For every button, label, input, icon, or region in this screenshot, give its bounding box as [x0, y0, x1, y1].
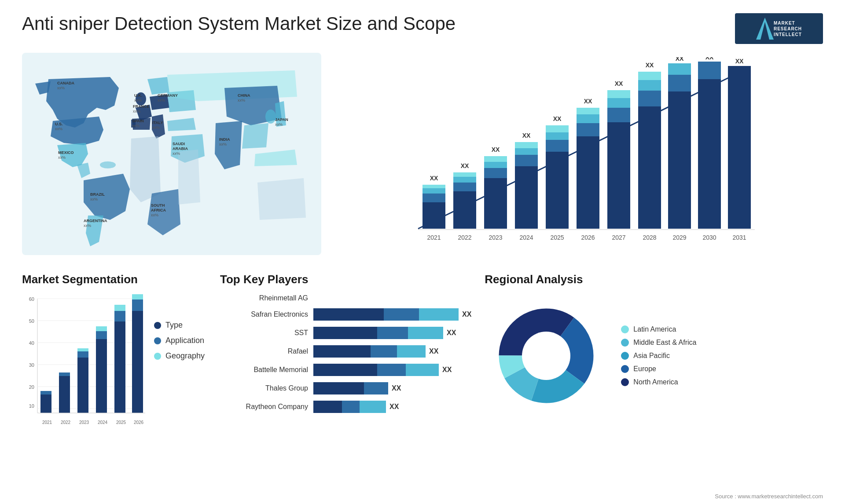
svg-rect-43: [422, 185, 445, 188]
svg-text:JAPAN: JAPAN: [275, 117, 288, 122]
svg-rect-118: [59, 373, 70, 376]
svg-rect-48: [453, 177, 476, 183]
reg-dot-latin: [621, 325, 629, 333]
svg-text:INDIA: INDIA: [219, 137, 230, 142]
player-name: Rafael: [220, 347, 308, 355]
donut-container: Latin America Middle East & Africa Asia …: [485, 294, 823, 417]
player-value: XX: [442, 366, 452, 374]
player-bar: [313, 327, 443, 339]
players-title: Top Key Players: [220, 273, 471, 286]
svg-text:xx%: xx%: [238, 98, 245, 102]
svg-text:40: 40: [29, 340, 34, 346]
player-bar-container: XX: [313, 382, 471, 394]
svg-rect-55: [484, 156, 507, 162]
player-row: Rheinmetall AG: [220, 294, 471, 302]
svg-point-2: [100, 161, 116, 168]
svg-text:10: 10: [29, 403, 34, 409]
svg-rect-67: [546, 125, 569, 132]
reg-legend-apac: Asia Pacific: [621, 352, 696, 360]
svg-text:2028: 2028: [643, 234, 656, 241]
svg-text:U.K.: U.K.: [134, 93, 142, 98]
player-bar: [313, 382, 388, 394]
svg-rect-85: [638, 72, 661, 80]
player-row: SST XX: [220, 327, 471, 339]
svg-rect-83: [638, 91, 661, 106]
svg-text:2027: 2027: [612, 234, 625, 241]
player-bar: [313, 401, 386, 413]
reg-dot-na: [621, 378, 629, 386]
svg-rect-115: [40, 391, 51, 394]
svg-text:30: 30: [29, 362, 34, 368]
reg-legend-mea: Middle East & Africa: [621, 339, 696, 347]
legend-dot-type: [154, 322, 161, 329]
svg-rect-52: [484, 178, 507, 229]
svg-rect-130: [114, 305, 125, 311]
svg-rect-60: [515, 148, 538, 155]
svg-rect-66: [546, 132, 569, 140]
svg-rect-77: [607, 108, 630, 122]
svg-rect-79: [607, 90, 630, 98]
svg-text:ARABIA: ARABIA: [173, 146, 188, 151]
svg-text:U.S.: U.S.: [55, 122, 63, 126]
reg-dot-europe: [621, 365, 629, 373]
svg-rect-89: [668, 75, 691, 91]
svg-text:xx%: xx%: [275, 122, 283, 127]
reg-dot-apac: [621, 352, 629, 360]
svg-text:XX: XX: [735, 58, 744, 65]
reg-legend-na: North America: [621, 378, 696, 386]
svg-rect-126: [96, 326, 107, 331]
player-row: Battelle Memorial XX: [220, 364, 471, 376]
player-value: XX: [389, 403, 399, 411]
svg-text:FRANCE: FRANCE: [133, 104, 150, 109]
svg-text:xx%: xx%: [134, 98, 142, 102]
players-list: Rheinmetall AG Safran Electronics XX: [220, 294, 471, 413]
svg-text:2029: 2029: [672, 234, 686, 241]
svg-text:2026: 2026: [134, 420, 144, 425]
svg-rect-61: [515, 142, 538, 148]
seg-chart-container: 60 50 40 30 20 10 2: [22, 294, 207, 435]
svg-rect-122: [77, 348, 88, 351]
svg-rect-70: [577, 136, 599, 229]
svg-rect-40: [422, 202, 445, 229]
svg-rect-58: [515, 166, 538, 229]
player-name: Rheinmetall AG: [220, 294, 308, 302]
svg-text:ARGENTINA: ARGENTINA: [84, 219, 107, 223]
logo-text: MARKET RESEARCH INTELLECT: [774, 20, 802, 37]
svg-rect-46: [453, 191, 476, 229]
svg-rect-90: [668, 63, 691, 75]
svg-text:2021: 2021: [42, 420, 52, 425]
svg-text:xx%: xx%: [219, 142, 227, 146]
bar-chart-area: XX 2021 XX 2022 XX 2023: [339, 53, 823, 264]
svg-text:50: 50: [29, 318, 34, 324]
player-name: Raytheon Company: [220, 403, 308, 411]
svg-text:SAUDI: SAUDI: [173, 142, 185, 146]
svg-text:SPAIN: SPAIN: [132, 119, 144, 123]
segmentation-title: Market Segmentation: [22, 273, 207, 286]
svg-rect-65: [546, 140, 569, 152]
svg-text:2022: 2022: [61, 420, 71, 425]
player-row: Rafael XX: [220, 345, 471, 358]
svg-text:MEXICO: MEXICO: [58, 150, 74, 155]
player-name: Battelle Memorial: [220, 366, 308, 374]
svg-rect-42: [422, 188, 445, 194]
svg-rect-121: [77, 351, 88, 358]
player-value: XX: [392, 384, 401, 392]
svg-rect-64: [546, 152, 569, 229]
svg-marker-0: [756, 18, 774, 40]
svg-rect-128: [114, 321, 125, 413]
segmentation-area: Market Segmentation 60 50 40 30 20 10: [22, 273, 207, 462]
svg-rect-53: [484, 168, 507, 178]
top-section: CANADA xx% U.S. xx% MEXICO xx% BRAZIL xx…: [22, 53, 823, 264]
svg-text:xx%: xx%: [158, 98, 165, 102]
player-name: Thales Group: [220, 384, 308, 392]
svg-text:2024: 2024: [519, 234, 533, 241]
svg-rect-72: [577, 114, 599, 123]
svg-text:XX: XX: [522, 132, 531, 139]
logo-box: MARKET RESEARCH INTELLECT: [735, 13, 823, 44]
player-row: Raytheon Company XX: [220, 401, 471, 413]
legend-application: Application: [154, 336, 205, 345]
svg-rect-84: [638, 80, 661, 91]
regional-title: Regional Analysis: [485, 273, 823, 286]
svg-text:60: 60: [29, 296, 34, 302]
player-bar-container: XX: [313, 308, 471, 321]
